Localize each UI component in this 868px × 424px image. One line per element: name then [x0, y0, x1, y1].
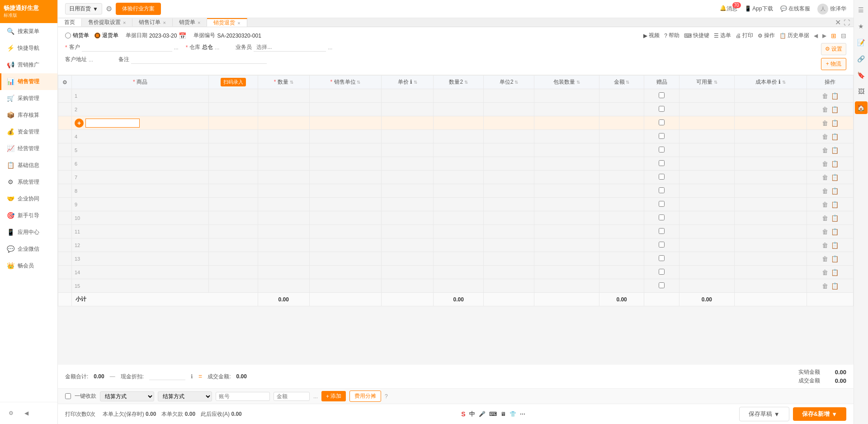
row-gift[interactable]	[644, 266, 679, 279]
row-quantity2[interactable]	[433, 157, 483, 171]
calculation-method-select[interactable]: 结算方式	[158, 391, 212, 401]
row-quantity2[interactable]	[433, 103, 483, 116]
row-num-product[interactable]: +	[72, 116, 209, 130]
copy-icon-8[interactable]: 📋	[831, 201, 839, 208]
row-num-product[interactable]: 9	[72, 198, 209, 211]
row-available[interactable]	[679, 171, 735, 184]
delete-icon-5[interactable]: 🗑	[822, 160, 828, 167]
row-pack-qty[interactable]	[534, 184, 599, 198]
next-doc-icon[interactable]: ▶	[822, 33, 826, 39]
sidebar-item-quick_nav[interactable]: ⚡快捷导航	[0, 40, 57, 57]
copy-icon-9[interactable]: 📋	[831, 214, 839, 222]
row-gift[interactable]	[644, 157, 679, 171]
delete-icon-12[interactable]: 🗑	[822, 255, 828, 262]
sidebar-item-inventory[interactable]: 📦库存核算	[0, 107, 57, 124]
gift-checkbox-9[interactable]	[659, 214, 665, 220]
row-gift[interactable]	[644, 252, 679, 266]
row-quantity[interactable]	[258, 157, 309, 171]
row-amount[interactable]	[599, 103, 644, 116]
amount-input[interactable]	[274, 392, 310, 401]
row-unit-price[interactable]	[382, 266, 434, 279]
row-amount[interactable]	[599, 143, 644, 157]
list-view-icon[interactable]: ⊟	[841, 32, 846, 39]
row-quantity[interactable]	[258, 225, 309, 238]
sidebar-item-system[interactable]: ⚙系统管理	[0, 174, 57, 191]
row-quantity[interactable]	[258, 238, 309, 252]
row-num-product[interactable]: 8	[72, 184, 209, 198]
row-unit2[interactable]	[484, 225, 534, 238]
row-amount[interactable]	[599, 198, 644, 211]
settlement-method-select[interactable]: 结算方式	[100, 391, 154, 401]
sidebar-item-enterprise[interactable]: 🤝企业协同	[0, 191, 57, 207]
copy-icon-1[interactable]: 📋	[831, 106, 839, 113]
row-cost-price[interactable]	[734, 252, 807, 266]
row-quantity2[interactable]	[433, 238, 483, 252]
row-available[interactable]	[679, 238, 735, 252]
row-available[interactable]	[679, 279, 735, 293]
photo-icon[interactable]: 🖼	[855, 85, 868, 98]
copy-icon-3[interactable]: 📋	[831, 133, 839, 140]
gift-checkbox-12[interactable]	[659, 255, 665, 261]
sidebar-item-operations[interactable]: 📈经营管理	[0, 140, 57, 157]
row-quantity[interactable]	[258, 171, 309, 184]
copy-icon-11[interactable]: 📋	[831, 242, 839, 249]
row-num-product[interactable]: 5	[72, 143, 209, 157]
row-gift[interactable]	[644, 225, 679, 238]
row-pack-qty[interactable]	[534, 157, 599, 171]
row-pack-qty[interactable]	[534, 89, 599, 103]
print-btn[interactable]: 🖨 打印	[736, 32, 753, 39]
row-gift[interactable]	[644, 238, 679, 252]
select-btn[interactable]: ☰ 选单	[714, 32, 731, 39]
delete-icon-7[interactable]: 🗑	[822, 187, 828, 195]
help-btn[interactable]: ? 帮助	[664, 32, 679, 39]
row-unit-price[interactable]	[382, 252, 434, 266]
gift-checkbox-2[interactable]	[659, 119, 665, 125]
row-quantity[interactable]	[258, 103, 309, 116]
row-quantity[interactable]	[258, 279, 309, 293]
row-unit2[interactable]	[484, 157, 534, 171]
row-amount[interactable]	[599, 266, 644, 279]
experience-btn[interactable]: 体验行业方案	[116, 3, 161, 15]
row-unit2[interactable]	[484, 116, 534, 130]
row-cost-price[interactable]	[734, 266, 807, 279]
row-quantity2[interactable]	[433, 143, 483, 157]
discount-input[interactable]	[149, 373, 185, 380]
row-quantity[interactable]	[258, 211, 309, 225]
gift-checkbox-4[interactable]	[659, 147, 665, 152]
mic-icon[interactable]: 🎤	[479, 411, 486, 417]
salesperson-dots[interactable]: ...	[328, 44, 332, 51]
sales-radio[interactable]: 销货单	[65, 32, 89, 39]
row-num-product[interactable]: 12	[72, 238, 209, 252]
row-pack-qty[interactable]	[534, 143, 599, 157]
sidebar-item-wechat[interactable]: 💬企业微信	[0, 241, 57, 257]
row-num-product[interactable]: 2	[72, 103, 209, 116]
delete-icon-4[interactable]: 🗑	[822, 147, 828, 154]
row-quantity[interactable]	[258, 252, 309, 266]
gift-checkbox-14[interactable]	[659, 282, 665, 288]
delete-icon-11[interactable]: 🗑	[822, 242, 828, 249]
row-sales-unit[interactable]	[309, 171, 382, 184]
delete-icon-6[interactable]: 🗑	[822, 174, 828, 181]
customer-input[interactable]	[82, 43, 172, 52]
row-pack-qty[interactable]	[534, 225, 599, 238]
row-available[interactable]	[679, 211, 735, 225]
row-unit-price[interactable]	[382, 89, 434, 103]
save-new-btn[interactable]: 保存&新增 ▼	[793, 407, 846, 421]
row-unit-price[interactable]	[382, 157, 434, 171]
row-quantity2[interactable]	[433, 184, 483, 198]
row-unit-price[interactable]	[382, 211, 434, 225]
row-unit2[interactable]	[484, 103, 534, 116]
row-unit2[interactable]	[484, 143, 534, 157]
gift-checkbox-0[interactable]	[659, 92, 665, 98]
row-unit2[interactable]	[484, 89, 534, 103]
row-available[interactable]	[679, 225, 735, 238]
row-amount[interactable]	[599, 157, 644, 171]
row-cost-price[interactable]	[734, 211, 807, 225]
prev-doc-icon[interactable]: ◀	[814, 33, 818, 39]
copy-icon-12[interactable]: 📋	[831, 255, 839, 262]
row-pack-qty[interactable]	[534, 198, 599, 211]
row-available[interactable]	[679, 184, 735, 198]
row-sales-unit[interactable]	[309, 130, 382, 143]
copy-icon-10[interactable]: 📋	[831, 228, 839, 235]
row-gift[interactable]	[644, 130, 679, 143]
